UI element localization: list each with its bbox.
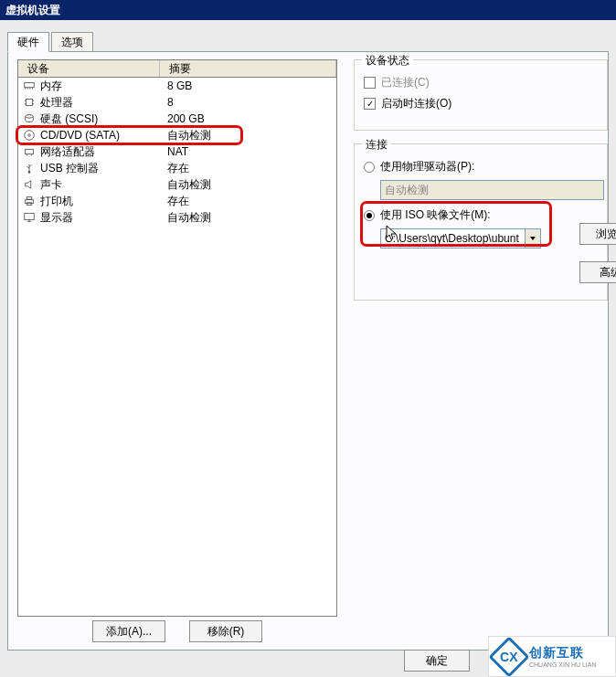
device-row-usb[interactable]: USB 控制器 存在 — [18, 160, 336, 176]
tab-options[interactable]: 选项 — [51, 32, 93, 52]
device-summary: 自动检测 — [160, 177, 336, 193]
checkbox-connected-label: 已连接(C) — [381, 75, 430, 90]
cpu-icon — [22, 96, 37, 109]
tabs-header: 硬件 选项 — [7, 29, 609, 51]
iso-path-value: C:\Users\qyt\Desktop\ubunt — [381, 232, 525, 245]
device-label: CD/DVD (SATA) — [37, 129, 160, 142]
radio-iso[interactable] — [364, 210, 375, 221]
footer-row: 确定 — [404, 650, 470, 672]
device-summary: 8 — [160, 96, 336, 109]
device-summary: 存在 — [160, 161, 336, 176]
device-row-display[interactable]: 显示器 自动检测 — [18, 209, 336, 226]
client-area: 硬件 选项 设备 摘要 内存 8 GB 处理器 8 — [0, 20, 616, 658]
device-summary: 自动检测 — [160, 128, 336, 143]
advanced-button[interactable]: 高级(V — [579, 261, 616, 283]
iso-combo-wrap: C:\Users\qyt\Desktop\ubunt — [380, 228, 598, 249]
printer-icon — [22, 195, 37, 207]
device-summary: 自动检测 — [160, 210, 336, 226]
device-label: 声卡 — [37, 177, 160, 193]
radio-physical[interactable] — [364, 162, 375, 173]
display-icon — [22, 211, 37, 224]
device-row-memory[interactable]: 内存 8 GB — [18, 78, 336, 94]
sound-icon — [22, 178, 37, 191]
svg-point-11 — [25, 131, 35, 141]
device-label: USB 控制器 — [37, 161, 160, 176]
usb-icon — [22, 162, 37, 175]
window-titlebar: 虚拟机设置 — [0, 0, 616, 20]
svg-rect-19 — [27, 197, 31, 200]
device-list-body: 内存 8 GB 处理器 8 硬盘 (SCSI) 200 GB — [17, 78, 337, 617]
device-summary: 200 GB — [160, 112, 336, 125]
device-row-cddvd[interactable]: CD/DVD (SATA) 自动检测 — [18, 127, 336, 143]
group-connection: 连接 使用物理驱动器(P): 自动检测 使用 ISO 映像文件(M): — [354, 143, 608, 301]
tab-body: 设备 摘要 内存 8 GB 处理器 8 硬盘 — [7, 51, 609, 651]
device-summary: 8 GB — [160, 79, 336, 92]
ok-button[interactable]: 确定 — [404, 650, 470, 672]
svg-rect-13 — [26, 149, 34, 153]
browse-button[interactable]: 浏览(B). — [579, 223, 616, 245]
radio-physical-label: 使用物理驱动器(P): — [380, 159, 474, 175]
checkbox-connected-row: 已连接(C) — [364, 75, 598, 90]
logo-brand: 创新互联 — [529, 645, 584, 660]
group-device-status: 设备状态 已连接(C) ✓ 启动时连接(O) — [354, 59, 608, 131]
device-label: 内存 — [37, 79, 160, 94]
checkbox-connect-on-label: 启动时连接(O) — [381, 96, 451, 111]
device-label: 打印机 — [37, 194, 160, 209]
device-summary: 存在 — [160, 194, 336, 209]
iso-path-combo[interactable]: C:\Users\qyt\Desktop\ubunt — [380, 228, 541, 249]
cd-icon — [22, 129, 37, 142]
logo-mark-icon: CX — [488, 636, 529, 677]
device-summary: NAT — [160, 145, 336, 158]
checkbox-connect-on[interactable]: ✓ — [364, 98, 376, 110]
check-icon: ✓ — [366, 100, 374, 109]
device-label: 硬盘 (SCSI) — [37, 111, 160, 127]
device-row-cpu[interactable]: 处理器 8 — [18, 94, 336, 111]
network-icon — [22, 145, 37, 158]
window-title: 虚拟机设置 — [5, 4, 60, 16]
radio-dot-icon — [366, 213, 372, 218]
hdd-icon — [22, 112, 37, 125]
checkbox-connected — [364, 77, 376, 89]
physical-combo-wrap: 自动检测 — [380, 180, 598, 200]
device-pane: 设备 摘要 内存 8 GB 处理器 8 硬盘 — [17, 59, 337, 617]
device-row-sound[interactable]: 声卡 自动检测 — [18, 176, 336, 193]
device-label: 显示器 — [37, 210, 160, 226]
physical-drive-combo: 自动检测 — [380, 180, 604, 200]
svg-rect-0 — [25, 83, 35, 88]
physical-drive-value: 自动检测 — [381, 183, 603, 198]
radio-physical-row[interactable]: 使用物理驱动器(P): — [364, 159, 598, 175]
device-row-printer[interactable]: 打印机 存在 — [18, 193, 336, 209]
checkbox-connect-on-row[interactable]: ✓ 启动时连接(O) — [364, 96, 598, 111]
col-device[interactable]: 设备 — [18, 60, 160, 77]
tab-hardware[interactable]: 硬件 — [7, 32, 49, 52]
add-button[interactable]: 添加(A)... — [92, 620, 165, 642]
memory-icon — [22, 79, 37, 92]
group-title-connection: 连接 — [362, 137, 391, 153]
device-row-nic[interactable]: 网络适配器 NAT — [18, 143, 336, 160]
svg-rect-5 — [27, 100, 33, 106]
svg-point-12 — [28, 134, 31, 137]
svg-point-10 — [26, 115, 34, 119]
device-label: 处理器 — [37, 95, 160, 111]
device-label: 网络适配器 — [37, 144, 160, 160]
device-row-hdd[interactable]: 硬盘 (SCSI) 200 GB — [18, 111, 336, 127]
svg-rect-21 — [25, 214, 35, 220]
logo-sub: CHUANG XIN HU LIAN — [529, 661, 597, 668]
watermark-logo: CX 创新互联 CHUANG XIN HU LIAN — [488, 636, 616, 677]
right-pane: 设备状态 已连接(C) ✓ 启动时连接(O) 连接 使用物理驱动器(P): — [354, 59, 608, 313]
group-title-status: 设备状态 — [362, 53, 413, 69]
radio-iso-row[interactable]: 使用 ISO 映像文件(M): — [364, 207, 598, 223]
logo-text: 创新互联 CHUANG XIN HU LIAN — [529, 645, 597, 668]
radio-iso-label: 使用 ISO 映像文件(M): — [380, 207, 491, 223]
chevron-down-icon[interactable] — [525, 229, 540, 248]
remove-button[interactable]: 移除(R) — [189, 620, 262, 642]
device-list-header: 设备 摘要 — [17, 59, 337, 78]
add-remove-row: 添加(A)... 移除(R) — [17, 620, 337, 642]
col-summary[interactable]: 摘要 — [160, 60, 336, 77]
